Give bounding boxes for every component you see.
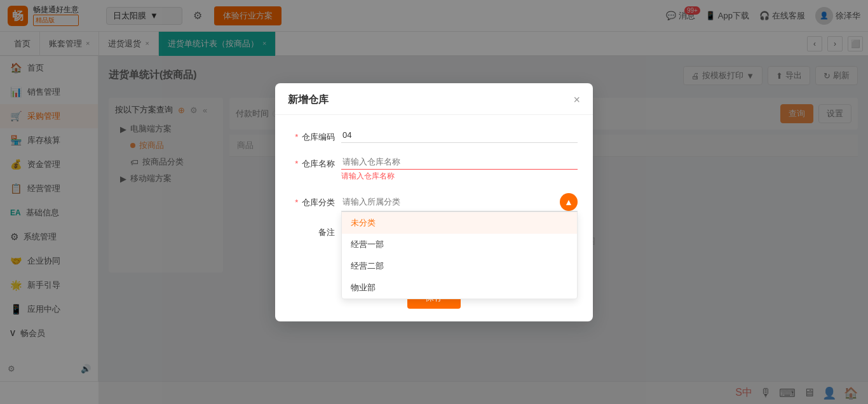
note-label: 备注 <box>290 223 335 238</box>
category-required-star: * <box>295 198 298 207</box>
modal-overlay[interactable]: 新增仓库 × * 仓库编码 * 仓库名称 <box>0 0 868 404</box>
code-label: * 仓库编码 <box>290 128 335 143</box>
category-toggle-button[interactable]: ▲ <box>560 193 578 211</box>
category-label: * 仓库分类 <box>290 193 335 208</box>
dropdown-item-dept2[interactable]: 经营二部 <box>342 255 577 277</box>
property-label: 物业部 <box>351 283 376 292</box>
dialog-close-button[interactable]: × <box>573 94 580 105</box>
name-label: * 仓库名称 <box>290 154 335 170</box>
dialog-header: 新增仓库 × <box>275 83 593 115</box>
category-select-wrap: ▲ <box>341 193 578 212</box>
name-input[interactable] <box>341 154 578 170</box>
dept1-label: 经营一部 <box>351 239 384 249</box>
code-required-star: * <box>295 132 298 142</box>
name-field: 请输入仓库名称 <box>341 154 578 182</box>
dropdown-item-property[interactable]: 物业部 <box>342 277 577 299</box>
form-row-category: * 仓库分类 ▲ 未分类 <box>290 193 578 212</box>
dept2-label: 经营二部 <box>351 261 384 271</box>
code-input[interactable] <box>341 128 578 143</box>
dialog-body: * 仓库编码 * 仓库名称 请输入仓库名称 <box>275 115 593 281</box>
unclassified-label: 未分类 <box>351 218 376 227</box>
category-dropdown: 未分类 经营一部 经营二部 物业部 <box>341 212 578 299</box>
chevron-up-icon: ▲ <box>564 197 573 207</box>
dialog-title: 新增仓库 <box>288 93 329 107</box>
dropdown-item-unclassified[interactable]: 未分类 <box>342 212 577 234</box>
dropdown-item-dept1[interactable]: 经营一部 <box>342 234 577 255</box>
form-row-code: * 仓库编码 <box>290 128 578 143</box>
name-error-msg: 请输入仓库名称 <box>341 171 578 182</box>
category-field: ▲ 未分类 经营一部 经营二部 <box>341 193 578 212</box>
code-field <box>341 128 578 143</box>
form-row-name: * 仓库名称 请输入仓库名称 <box>290 154 578 182</box>
name-required-star: * <box>295 159 298 168</box>
category-input[interactable] <box>341 194 560 209</box>
dialog-add-warehouse: 新增仓库 × * 仓库编码 * 仓库名称 <box>275 83 593 321</box>
